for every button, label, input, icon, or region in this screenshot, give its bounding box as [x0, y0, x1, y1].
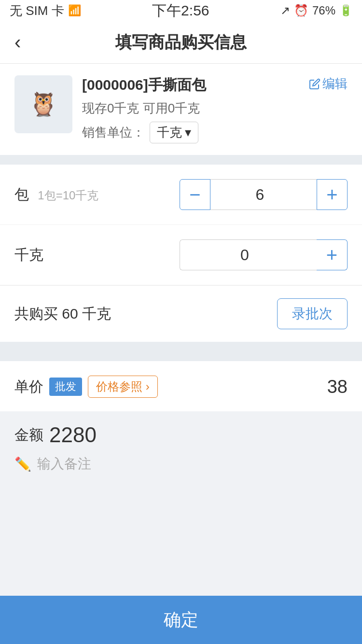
total-label: 共购买 60 千克 [14, 304, 111, 324]
kg-input-row: 千克 + [0, 225, 362, 285]
divider-1 [0, 155, 362, 165]
edit-icon [309, 78, 320, 90]
edit-label: 编辑 [322, 75, 348, 92]
product-unit: 销售单位： 千克 ▾ [82, 122, 348, 143]
unit-dropdown-icon: ▾ [185, 125, 191, 140]
kg-plus-button[interactable]: + [317, 239, 348, 270]
package-plus-button[interactable]: + [317, 179, 348, 210]
battery-icon: 🔋 [339, 4, 352, 17]
confirm-button[interactable]: 确定 [0, 596, 362, 644]
batch-badge: 批发 [49, 378, 82, 396]
product-name: [0000006]手撕面包 [82, 75, 206, 95]
divider-2 [0, 342, 362, 351]
product-card: 🦉 [0000006]手撕面包 编辑 现存0千克 可用0千克 销售单位： 千克 … [0, 64, 362, 155]
package-minus-button[interactable]: − [180, 179, 210, 210]
amount-section: 金额 2280 ✏️ 输入备注 [0, 411, 362, 488]
status-right: ↗ ⏰ 76% 🔋 [280, 4, 352, 17]
package-sub-label: 1包=10千克 [38, 189, 98, 202]
kg-input[interactable] [180, 239, 317, 270]
carrier-text: 无 SIM 卡 [10, 2, 64, 19]
battery-text: 76% [312, 4, 335, 17]
price-label: 单价 [14, 377, 43, 397]
location-icon: ↗ [280, 4, 290, 17]
price-section: 单价 批发 价格参照 › 38 [0, 351, 362, 411]
product-thumbnail: 🦉 [14, 75, 72, 133]
package-control: − + [180, 179, 348, 210]
price-reference-button[interactable]: 价格参照 › [88, 376, 158, 398]
unit-selector[interactable]: 千克 ▾ [150, 122, 198, 143]
product-info: [0000006]手撕面包 编辑 现存0千克 可用0千克 销售单位： 千克 ▾ [82, 75, 348, 143]
back-button[interactable]: ‹ [14, 31, 21, 53]
price-row: 单价 批发 价格参照 › 38 [14, 376, 348, 398]
product-stock: 现存0千克 可用0千克 [82, 100, 348, 117]
kg-control: + [180, 239, 348, 270]
input-section: 包 1包=10千克 − + 千克 + 共购买 60 千克 录批次 [0, 165, 362, 342]
kg-label: 千克 [14, 245, 180, 265]
amount-row: 金额 2280 [14, 423, 348, 447]
package-input-row: 包 1包=10千克 − + [0, 165, 362, 225]
status-time: 下午2:56 [152, 1, 209, 21]
total-row: 共购买 60 千克 录批次 [0, 285, 362, 342]
edit-button[interactable]: 编辑 [309, 75, 348, 92]
pencil-icon: ✏️ [14, 456, 31, 472]
remark-row[interactable]: ✏️ 输入备注 [14, 455, 348, 473]
record-batch-button[interactable]: 录批次 [277, 298, 348, 329]
package-input[interactable] [210, 179, 317, 210]
package-label: 包 1包=10千克 [14, 185, 180, 205]
price-label-group: 单价 批发 价格参照 › [14, 376, 158, 398]
alarm-icon: ⏰ [294, 4, 308, 17]
status-left: 无 SIM 卡 📶 [10, 2, 81, 19]
status-bar: 无 SIM 卡 📶 下午2:56 ↗ ⏰ 76% 🔋 [0, 0, 362, 21]
remark-placeholder[interactable]: 输入备注 [37, 455, 91, 473]
page-title: 填写商品购买信息 [115, 31, 247, 54]
wifi-icon: 📶 [68, 4, 81, 17]
price-value: 38 [327, 377, 348, 397]
nav-bar: ‹ 填写商品购买信息 [0, 21, 362, 64]
amount-value: 2280 [49, 423, 97, 447]
product-owl-icon: 🦉 [29, 91, 58, 118]
amount-label: 金额 [14, 425, 43, 445]
